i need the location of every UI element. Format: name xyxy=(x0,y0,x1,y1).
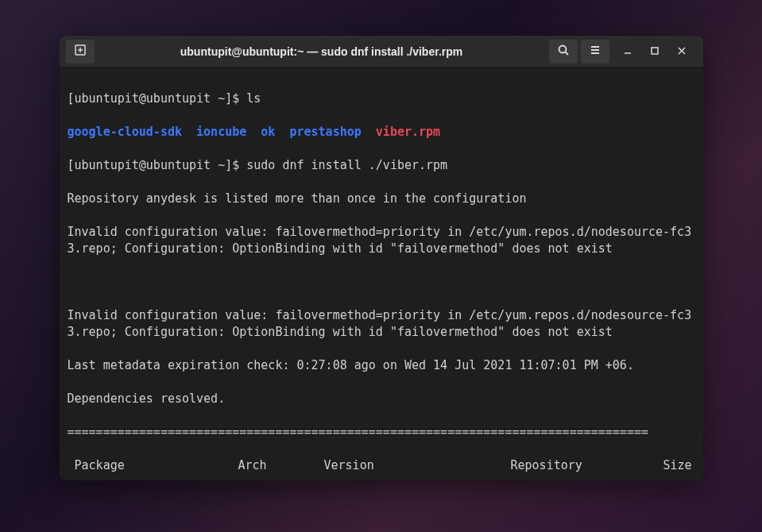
col-header: Version xyxy=(324,457,511,474)
output-line: Last metadata expiration check: 0:27:08 … xyxy=(68,357,695,374)
close-button[interactable] xyxy=(675,44,689,59)
ls-file: viber.rpm xyxy=(376,125,440,139)
search-icon xyxy=(557,44,570,59)
terminal-window: ubuntupit@ubuntupit:~ — sudo dnf install… xyxy=(60,36,703,480)
col-header: Package xyxy=(68,457,238,474)
output-line: Dependencies resolved. xyxy=(68,391,695,407)
ls-output: google-cloud-sdk ioncube ok prestashop v… xyxy=(68,124,695,141)
new-tab-button[interactable] xyxy=(66,40,95,64)
output-line: Repository anydesk is listed more than o… xyxy=(68,191,695,207)
maximize-button[interactable] xyxy=(648,44,662,59)
svg-point-3 xyxy=(559,46,566,53)
hamburger-icon xyxy=(589,44,601,59)
minimize-button[interactable] xyxy=(621,44,635,59)
prompt-line: [ubuntupit@ubuntupit ~]$ sudo dnf instal… xyxy=(68,157,695,174)
table-header: PackageArchVersionRepositorySize xyxy=(68,457,695,474)
ls-dir: prestashop xyxy=(289,125,361,139)
col-header: Repository xyxy=(511,457,636,474)
hr: ========================================… xyxy=(68,424,695,441)
output-line: Invalid configuration value: failovermet… xyxy=(68,307,695,341)
output-line: Invalid configuration value: failovermet… xyxy=(68,224,695,257)
svg-line-4 xyxy=(565,52,568,56)
ls-dir: ok xyxy=(261,125,275,139)
col-header: Size xyxy=(636,457,695,474)
window-title: ubuntupit@ubuntupit:~ — sudo dnf install… xyxy=(98,45,546,58)
terminal-output[interactable]: [ubuntupit@ubuntupit ~]$ ls google-cloud… xyxy=(60,67,703,480)
menu-button[interactable] xyxy=(581,40,609,64)
titlebar: ubuntupit@ubuntupit:~ — sudo dnf install… xyxy=(60,36,703,67)
ls-dir: google-cloud-sdk xyxy=(68,125,183,139)
prompt-line: [ubuntupit@ubuntupit ~]$ ls xyxy=(68,91,695,107)
maximize-icon xyxy=(650,45,659,58)
minimize-icon xyxy=(623,45,632,58)
prompt: [ubuntupit@ubuntupit ~]$ xyxy=(68,91,247,106)
command: ls xyxy=(246,91,261,106)
plus-tab-icon xyxy=(74,44,87,59)
search-button[interactable] xyxy=(549,40,578,64)
col-header: Arch xyxy=(238,457,324,474)
output-line xyxy=(68,274,695,291)
prompt: [ubuntupit@ubuntupit ~]$ xyxy=(68,158,247,172)
command: sudo dnf install ./viber.rpm xyxy=(246,158,447,172)
ls-dir: ioncube xyxy=(196,125,246,139)
window-controls xyxy=(613,44,697,59)
close-icon xyxy=(677,45,687,58)
svg-rect-9 xyxy=(652,48,658,54)
